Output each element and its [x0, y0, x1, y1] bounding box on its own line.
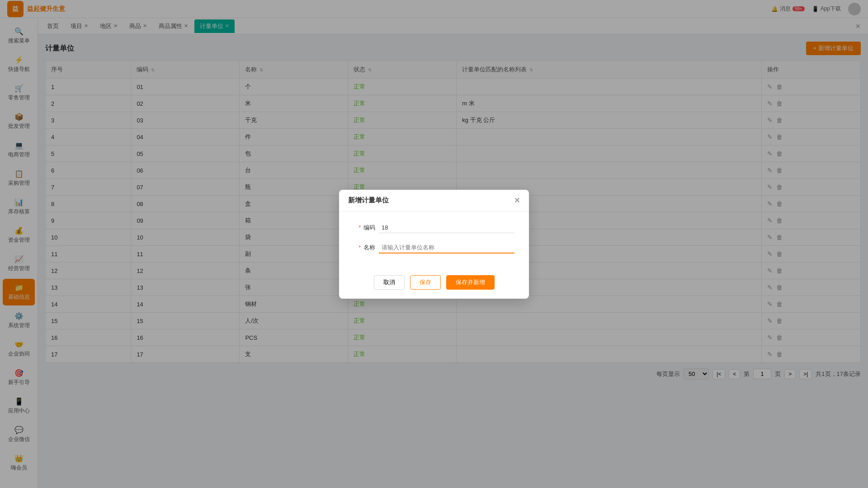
modal-close-button[interactable]: ✕: [514, 196, 520, 205]
name-required-marker: *: [359, 244, 361, 251]
code-label: * 编码: [354, 224, 375, 232]
name-input[interactable]: [379, 242, 514, 253]
modal-footer: 取消 保存 保存并新增: [339, 270, 529, 299]
add-measure-unit-modal: 新增计量单位 ✕ * 编码 * 名称 取消 保存 保存并新增: [339, 190, 529, 299]
code-input[interactable]: [379, 222, 514, 233]
modal-overlay: 新增计量单位 ✕ * 编码 * 名称 取消 保存 保存并新增: [0, 0, 868, 488]
save-button[interactable]: 保存: [410, 275, 441, 290]
form-row-code: * 编码: [354, 222, 514, 233]
save-and-new-button[interactable]: 保存并新增: [446, 275, 495, 290]
code-required-marker: *: [359, 224, 361, 231]
modal-header: 新增计量单位 ✕: [339, 190, 529, 211]
modal-body: * 编码 * 名称: [339, 211, 529, 270]
name-label: * 名称: [354, 244, 375, 252]
form-row-name: * 名称: [354, 242, 514, 253]
cancel-button[interactable]: 取消: [374, 275, 405, 290]
modal-title: 新增计量单位: [348, 196, 389, 205]
